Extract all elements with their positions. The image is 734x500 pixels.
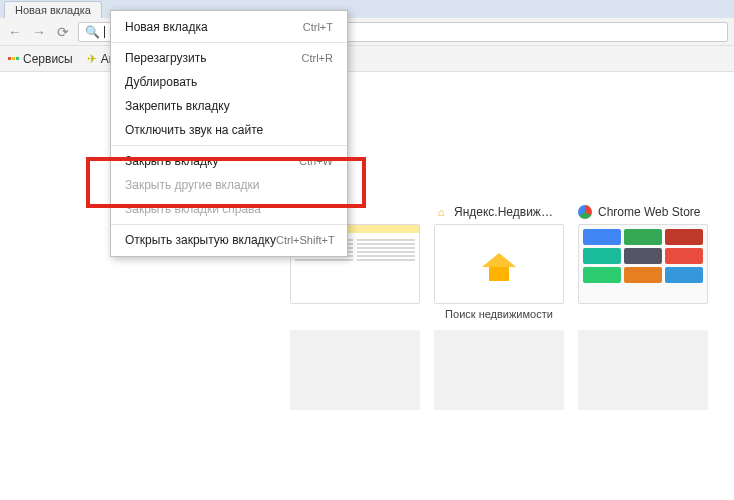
tile-caption: Поиск недвижимости [434, 308, 564, 320]
menu-mute[interactable]: Отключить звук на сайте [111, 118, 347, 142]
speed-dial-tile-cws[interactable]: Chrome Web Store [578, 204, 708, 320]
tile-preview [434, 224, 564, 304]
menu-separator [111, 145, 347, 146]
menu-close-others: Закрыть другие вкладки [111, 173, 347, 197]
menu-duplicate[interactable]: Дублировать [111, 70, 347, 94]
favicon: ⌂ [434, 205, 448, 219]
back-icon[interactable]: ← [6, 24, 24, 40]
tile-preview [578, 224, 708, 304]
menu-pin[interactable]: Закрепить вкладку [111, 94, 347, 118]
reload-icon[interactable]: ⟳ [54, 24, 72, 40]
tile-title: Chrome Web Store [578, 204, 708, 220]
apps-label: Сервисы [23, 52, 73, 66]
address-cursor [104, 26, 105, 38]
browser-tab[interactable]: Новая вкладка [4, 1, 102, 18]
tile-title-text: Chrome Web Store [598, 205, 701, 219]
menu-reopen-closed[interactable]: Открыть закрытую вкладку Ctrl+Shift+T [111, 228, 347, 252]
tile-title: ⌂ Яндекс.Недвижим… [434, 204, 564, 220]
menu-reload[interactable]: Перезагрузить Ctrl+R [111, 46, 347, 70]
apps-icon [8, 57, 19, 60]
speed-dial-tile-realty[interactable]: ⌂ Яндекс.Недвижим… Поиск недвижимости [434, 204, 564, 320]
tile-title-text: Яндекс.Недвижим… [454, 205, 558, 219]
search-icon: 🔍 [85, 25, 100, 39]
speed-dial-empty[interactable] [290, 330, 420, 410]
tab-title: Новая вкладка [15, 4, 91, 16]
menu-separator [111, 42, 347, 43]
house-icon [482, 247, 516, 281]
apps-shortcut[interactable]: Сервисы [8, 52, 73, 66]
menu-new-tab[interactable]: Новая вкладка Ctrl+T [111, 15, 347, 39]
speed-dial-empty[interactable] [578, 330, 708, 410]
forward-icon[interactable]: → [30, 24, 48, 40]
menu-close-tab[interactable]: Закрыть вкладку Ctrl+W [111, 149, 347, 173]
menu-separator [111, 224, 347, 225]
airplane-icon: ✈ [87, 52, 97, 66]
speed-dial-empty[interactable] [434, 330, 564, 410]
favicon [578, 205, 592, 219]
tab-context-menu: Новая вкладка Ctrl+T Перезагрузить Ctrl+… [110, 10, 348, 257]
menu-close-right: Закрыть вкладки справа [111, 197, 347, 221]
